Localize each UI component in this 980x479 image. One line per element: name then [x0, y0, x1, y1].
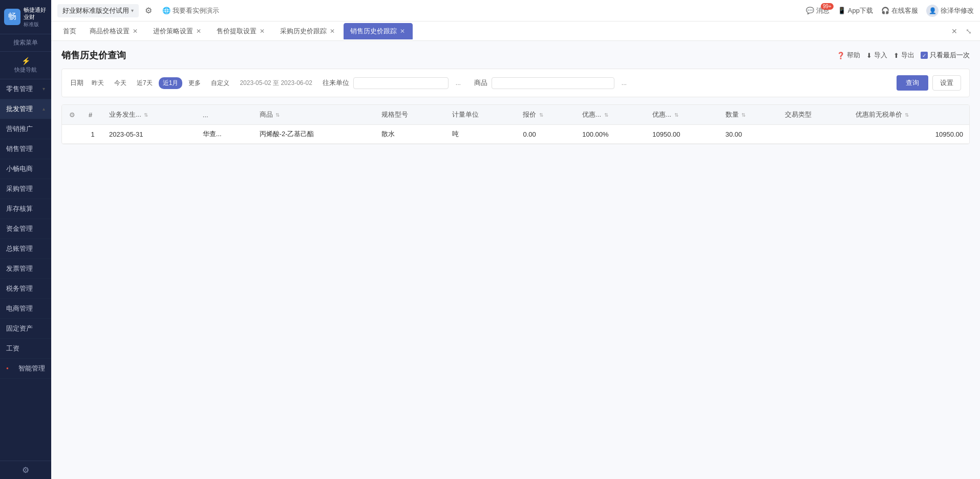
- product-input[interactable]: [496, 79, 610, 87]
- th-gear[interactable]: ⚙: [62, 105, 82, 125]
- tab-purchase-strategy[interactable]: 进价策略设置 ✕: [146, 23, 209, 39]
- user-info[interactable]: 👤 徐泽华修改: [926, 5, 974, 17]
- tab-sales-history-close[interactable]: ✕: [399, 28, 406, 35]
- help-icon: ❓: [837, 52, 845, 59]
- sidebar-item-ecommerce-small[interactable]: 小畅电商: [0, 159, 51, 179]
- th-unit: 计量单位: [446, 105, 517, 125]
- sort-icon-pretax: ⇅: [905, 112, 909, 118]
- tabs-bar: 首页 商品价格设置 ✕ 进价策略设置 ✕ 售价提取设置 ✕ 采购历史价跟踪 ✕ …: [51, 21, 980, 41]
- date-option-more[interactable]: 更多: [184, 77, 205, 89]
- export-link[interactable]: ⬆ 导出: [893, 51, 914, 60]
- tab-purchase-history[interactable]: 采购历史价跟踪 ✕: [273, 23, 343, 39]
- topbar-left: 好业财标准版交付试用 ▾ ⚙ 🌐 我要看实例演示: [57, 4, 223, 17]
- filter-settings-button[interactable]: 设置: [932, 75, 961, 91]
- cell-gear: [62, 125, 82, 144]
- version-dropdown-icon: ▾: [131, 8, 134, 13]
- gear-icon[interactable]: ⚙: [69, 111, 75, 119]
- tab-purchase-history-close[interactable]: ✕: [329, 28, 336, 35]
- product-label: 商品: [474, 78, 487, 88]
- date-option-last1m[interactable]: 近1月: [159, 77, 183, 89]
- product-more[interactable]: ...: [619, 78, 630, 88]
- help-link[interactable]: ❓ 帮助: [837, 51, 860, 60]
- sidebar-settings-button[interactable]: ⚙: [22, 465, 29, 475]
- tab-home[interactable]: 首页: [57, 23, 82, 39]
- import-link[interactable]: ⬇ 导入: [866, 51, 887, 60]
- topbar-settings-button[interactable]: ⚙: [143, 4, 154, 17]
- date-option-yesterday[interactable]: 昨天: [88, 77, 108, 89]
- cell-unit: 吨: [446, 125, 517, 144]
- tab-sale-price-close[interactable]: ✕: [259, 28, 266, 35]
- th-pretax-price[interactable]: 优惠前无税单价 ⇅: [849, 105, 969, 125]
- avatar: 👤: [926, 5, 939, 17]
- version-selector[interactable]: 好业财标准版交付试用 ▾: [57, 4, 139, 17]
- date-option-last7[interactable]: 近7天: [133, 77, 157, 89]
- filter-bar: 日期 昨天 今天 近7天 近1月 更多 自定义 2023-05-02 至 202…: [61, 69, 970, 97]
- table-container: ⚙ # 业务发生... ⇅ ... 商品 ⇅: [61, 104, 970, 144]
- messages-button[interactable]: 💬 消息 99+: [806, 6, 829, 15]
- tab-sale-price[interactable]: 售价提取设置 ✕: [210, 23, 272, 39]
- th-quantity[interactable]: 数量 ⇅: [719, 105, 779, 125]
- window-controls: ✕ ⤡: [949, 26, 974, 36]
- date-option-today[interactable]: 今天: [110, 77, 131, 89]
- sort-icon-price: ⇅: [539, 112, 543, 118]
- query-button[interactable]: 查询: [897, 75, 928, 91]
- sidebar-search[interactable]: 搜索菜单: [0, 34, 51, 52]
- sidebar-bottom: ⚙: [0, 461, 51, 479]
- source-unit-filter-group: 往来单位 ...: [323, 77, 464, 89]
- page-header: 销售历史价查询 ❓ 帮助 ⬇ 导入 ⬆ 导出 ✓ 只看最后一次: [61, 49, 970, 61]
- cell-quantity: 30.00: [719, 125, 779, 144]
- cell-discount2: 10950.00: [646, 125, 719, 144]
- th-discount1[interactable]: 优惠... ⇅: [576, 105, 646, 125]
- topbar-right: 💬 消息 99+ 📱 App下载 🎧 在线客服 👤 徐泽华修改: [806, 5, 974, 17]
- sort-icon-biz-date: ⇅: [144, 112, 148, 118]
- sidebar-item-inventory[interactable]: 库存核算: [0, 199, 51, 219]
- sidebar-nav-quick[interactable]: ⚡ 快捷导航: [0, 54, 51, 77]
- message-icon: 💬: [806, 7, 814, 14]
- th-biz-date[interactable]: 业务发生... ⇅: [103, 105, 197, 125]
- topbar: 好业财标准版交付试用 ▾ ⚙ 🌐 我要看实例演示 💬 消息 99+ 📱 App下…: [51, 0, 980, 21]
- sidebar-item-ecommerce[interactable]: 电商管理: [0, 299, 51, 319]
- source-unit-input[interactable]: [358, 79, 444, 87]
- export-icon: ⬆: [893, 52, 899, 59]
- sidebar-item-assets[interactable]: 固定资产: [0, 319, 51, 339]
- th-spec: 规格型号: [375, 105, 446, 125]
- sidebar-item-smart[interactable]: 智能管理: [0, 359, 51, 379]
- close-window-button[interactable]: ✕: [949, 26, 960, 36]
- show-last-checkbox[interactable]: ✓ 只看最后一次: [921, 51, 970, 60]
- th-more[interactable]: ...: [197, 105, 253, 125]
- th-product[interactable]: 商品 ⇅: [253, 105, 375, 125]
- sidebar-item-purchase[interactable]: 采购管理: [0, 179, 51, 199]
- online-service-button[interactable]: 🎧 在线客服: [881, 6, 918, 15]
- sidebar-item-marketing[interactable]: 营销推广: [0, 119, 51, 139]
- sidebar-item-ledger[interactable]: 总账管理: [0, 239, 51, 259]
- checkbox-icon: ✓: [921, 52, 928, 59]
- sidebar-item-salary[interactable]: 工资: [0, 339, 51, 359]
- sidebar-item-sales[interactable]: 销售管理: [0, 139, 51, 159]
- tab-purchase-strategy-close[interactable]: ✕: [195, 28, 202, 35]
- date-filter-group: 日期 昨天 今天 近7天 近1月 更多 自定义 2023-05-02 至 202…: [70, 77, 312, 89]
- demo-link[interactable]: 🌐 我要看实例演示: [158, 4, 223, 17]
- data-table: ⚙ # 业务发生... ⇅ ... 商品 ⇅: [62, 105, 969, 144]
- source-unit-input-wrap[interactable]: [353, 77, 449, 89]
- th-price[interactable]: 报价 ⇅: [517, 105, 576, 125]
- sidebar-item-retail[interactable]: 零售管理 ▾: [0, 79, 51, 99]
- date-option-custom[interactable]: 自定义: [207, 77, 233, 89]
- cell-discount1: 100.00%: [576, 125, 646, 144]
- app-download-button[interactable]: 📱 App下载: [838, 6, 873, 15]
- sidebar-item-wholesale[interactable]: 批发管理 ▴: [0, 99, 51, 119]
- tab-product-price[interactable]: 商品价格设置 ✕: [83, 23, 145, 39]
- product-filter-group: 商品 ...: [474, 77, 630, 89]
- maximize-window-button[interactable]: ⤡: [964, 26, 974, 36]
- product-input-wrap[interactable]: [492, 77, 614, 89]
- messages-badge: 99+: [821, 3, 834, 10]
- th-discount2[interactable]: 优惠... ⇅: [646, 105, 719, 125]
- source-unit-more[interactable]: ...: [453, 78, 464, 88]
- tab-sales-history[interactable]: 销售历史价跟踪 ✕: [344, 23, 413, 39]
- date-label: 日期: [70, 78, 83, 88]
- sidebar-item-finance[interactable]: 资金管理: [0, 219, 51, 239]
- cell-tx-type: [779, 125, 849, 144]
- tab-product-price-close[interactable]: ✕: [132, 28, 139, 35]
- table-body: 1 2023-05-31 华查... 丙烯酸-2-乙基己酯 散水 吨 0.00 …: [62, 125, 969, 144]
- sidebar-item-invoice[interactable]: 发票管理: [0, 259, 51, 279]
- sidebar-item-tax[interactable]: 税务管理: [0, 279, 51, 299]
